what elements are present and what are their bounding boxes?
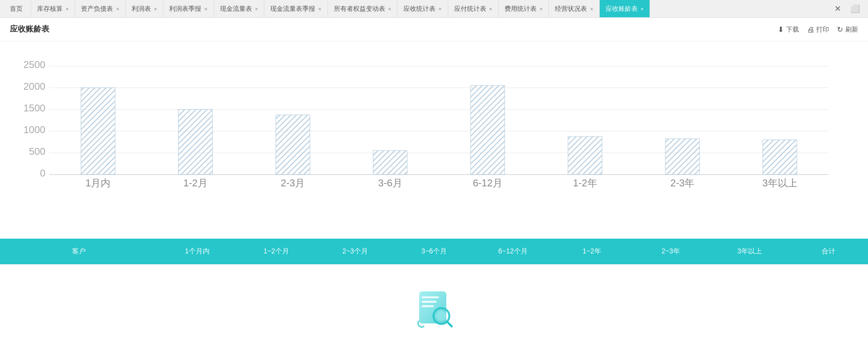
tab-home[interactable]: 首页: [2, 0, 31, 18]
tab-label-cashflow: 现金流量表: [220, 4, 252, 13]
tab-label-operation: 经营状况表: [555, 4, 587, 13]
tab-label-cashflow-quarter: 现金流量表季报: [270, 4, 315, 13]
page-header: 应收账龄表 ⬇ 下载 🖨 打印 ↻ 刷新: [0, 18, 868, 41]
tab-close-cashflow-quarter[interactable]: ×: [318, 6, 321, 12]
svg-rect-24: [568, 137, 602, 175]
tab-label-equity: 所有者权益变动表: [334, 4, 385, 13]
svg-text:2-3月: 2-3月: [281, 178, 305, 188]
svg-rect-31: [422, 296, 439, 298]
svg-text:500: 500: [29, 146, 45, 157]
svg-text:1000: 1000: [24, 124, 46, 135]
svg-point-35: [436, 311, 446, 321]
svg-text:1500: 1500: [24, 103, 46, 113]
svg-text:2-3年: 2-3年: [670, 178, 694, 188]
tab-cashflow-quarter[interactable]: 现金流量表季报×: [264, 0, 327, 18]
refresh-button[interactable]: ↻ 刷新: [837, 25, 858, 34]
chart-area: 050010001500200025001月内1-2月2-3月3-6月6-12月…: [0, 41, 868, 239]
tab-label-balance: 资产负债表: [81, 4, 113, 13]
svg-rect-32: [422, 301, 436, 303]
svg-rect-28: [763, 140, 797, 175]
svg-line-36: [447, 321, 452, 326]
refresh-icon: ↻: [837, 25, 843, 34]
svg-rect-18: [276, 115, 310, 175]
tab-close-cashflow[interactable]: ×: [255, 6, 258, 12]
tab-bar: 首页 库存核算×资产负债表×利润表×利润表季报×现金流量表×现金流量表季报×所有…: [0, 0, 868, 18]
svg-rect-14: [81, 88, 115, 175]
tab-ar-stat[interactable]: 应收统计表×: [398, 0, 448, 18]
page-actions: ⬇ 下载 🖨 打印 ↻ 刷新: [778, 25, 858, 34]
tab-label-expense: 费用统计表: [505, 4, 537, 13]
tab-close-balance[interactable]: ×: [116, 6, 119, 12]
tab-home-label: 首页: [10, 4, 23, 13]
svg-text:2500: 2500: [24, 59, 46, 70]
table-header-cell-0: 客户: [0, 247, 158, 256]
tab-actions: ✕ ⬜: [831, 2, 866, 16]
maximize-window-button[interactable]: ⬜: [848, 2, 862, 16]
tab-profit-quarter[interactable]: 利润表季报×: [163, 0, 214, 18]
tab-close-ap-stat[interactable]: ×: [489, 6, 492, 12]
table-header-cell-7: 2~3年: [631, 247, 710, 256]
tab-equity[interactable]: 所有者权益变动表×: [328, 0, 398, 18]
tab-cashflow[interactable]: 现金流量表×: [214, 0, 264, 18]
table-header-cell-4: 3~6个月: [395, 247, 473, 256]
tab-label-inventory: 库存核算: [37, 4, 63, 13]
tab-label-ar-stat: 应收统计表: [403, 4, 435, 13]
empty-state: [0, 264, 868, 355]
download-icon: ⬇: [778, 25, 784, 34]
empty-illustration: [409, 284, 459, 333]
svg-rect-26: [665, 139, 699, 175]
svg-text:1-2年: 1-2年: [573, 178, 597, 188]
svg-rect-16: [179, 109, 213, 175]
table-header-cell-2: 1~2个月: [237, 247, 316, 256]
print-icon: 🖨: [807, 25, 814, 34]
bar-chart: 050010001500200025001月内1-2月2-3月3-6月6-12月…: [20, 51, 848, 199]
svg-text:3-6月: 3-6月: [378, 178, 402, 188]
refresh-label: 刷新: [845, 25, 858, 34]
svg-text:1-2月: 1-2月: [183, 178, 208, 188]
svg-text:1月内: 1月内: [85, 178, 110, 188]
svg-text:3年以上: 3年以上: [762, 178, 797, 188]
chart-svg-container: 050010001500200025001月内1-2月2-3月3-6月6-12月…: [20, 51, 848, 209]
tab-expense[interactable]: 费用统计表×: [499, 0, 549, 18]
tab-close-ar-aging[interactable]: ×: [641, 6, 644, 12]
download-button[interactable]: ⬇ 下载: [778, 25, 799, 34]
svg-text:6-12月: 6-12月: [473, 178, 503, 188]
close-window-button[interactable]: ✕: [831, 2, 844, 16]
table-header-cell-3: 2~3个月: [316, 247, 395, 256]
print-label: 打印: [816, 25, 829, 34]
tab-close-inventory[interactable]: ×: [66, 6, 69, 12]
tab-close-ar-stat[interactable]: ×: [438, 6, 441, 12]
tab-label-ar-aging: 应收账龄表: [606, 4, 638, 13]
tab-label-profit-quarter: 利润表季报: [169, 4, 201, 13]
table-header-cell-1: 1个月内: [158, 247, 237, 256]
tab-label-ap-stat: 应付统计表: [454, 4, 486, 13]
table-header-cell-8: 3年以上: [710, 247, 789, 256]
page-title: 应收账龄表: [10, 24, 49, 35]
table-header-cell-9: 合计: [789, 247, 868, 256]
svg-rect-20: [373, 151, 407, 175]
download-label: 下载: [786, 25, 799, 34]
tab-inventory[interactable]: 库存核算×: [31, 0, 75, 18]
main-content: 050010001500200025001月内1-2月2-3月3-6月6-12月…: [0, 41, 868, 355]
tab-profit[interactable]: 利润表×: [126, 0, 163, 18]
tab-operation[interactable]: 经营状况表×: [549, 0, 599, 18]
svg-rect-22: [470, 86, 505, 175]
tab-close-operation[interactable]: ×: [590, 6, 593, 12]
table-header: 客户1个月内1~2个月2~3个月3~6个月6~12个月1~2年2~3年3年以上合…: [0, 239, 868, 264]
tab-close-expense[interactable]: ×: [540, 6, 542, 12]
tab-close-profit-quarter[interactable]: ×: [204, 6, 207, 12]
print-button[interactable]: 🖨 打印: [807, 25, 829, 34]
tab-ar-aging[interactable]: 应收账龄表×: [600, 0, 650, 18]
tab-label-profit: 利润表: [132, 4, 151, 13]
tab-close-equity[interactable]: ×: [388, 6, 391, 12]
table-header-cell-6: 1~2年: [552, 247, 631, 256]
svg-text:2000: 2000: [24, 81, 46, 92]
svg-rect-33: [422, 305, 434, 307]
tab-close-profit[interactable]: ×: [154, 6, 157, 12]
svg-text:0: 0: [40, 168, 45, 178]
tab-ap-stat[interactable]: 应付统计表×: [448, 0, 499, 18]
tab-balance[interactable]: 资产负债表×: [75, 0, 125, 18]
table-header-cell-5: 6~12个月: [473, 247, 552, 256]
